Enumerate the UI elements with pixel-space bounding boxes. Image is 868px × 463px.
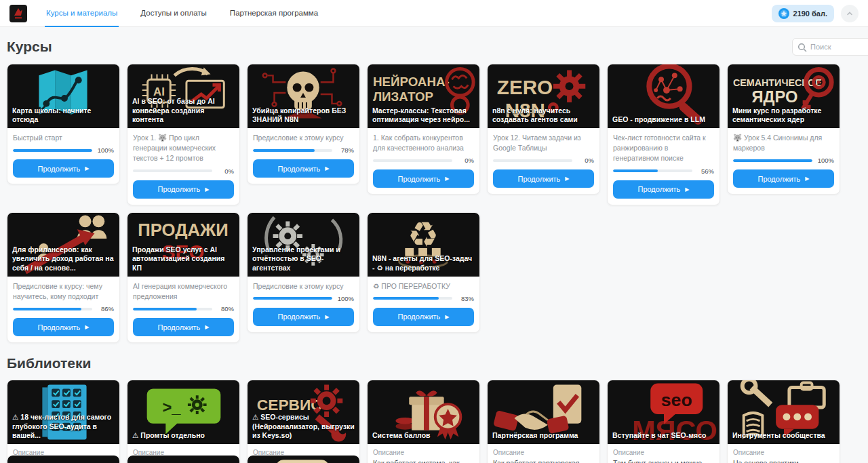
points-badge[interactable]: 2190 бал. bbox=[772, 5, 834, 22]
progress-fill bbox=[13, 308, 81, 310]
continue-button[interactable]: Продолжить▶ bbox=[733, 169, 834, 188]
course-thumbnail[interactable]: Управление проектами и отчётностью в SEO… bbox=[248, 213, 359, 277]
progress-bar: 100% bbox=[13, 146, 114, 154]
library-description: Как работает система, как получать баллы… bbox=[373, 458, 474, 463]
current-lesson: Предисловие к курсу: чему научитесь, ком… bbox=[13, 281, 114, 302]
course-card: СЕМАНТИЧЕСКОЕ ЯДРО Мини курс по разработ… bbox=[727, 64, 840, 195]
progress-percent: 100% bbox=[816, 157, 834, 164]
current-lesson: AI генерация коммерческого предложения bbox=[133, 281, 234, 302]
course-thumbnail[interactable]: Убийца копирайтеров БЕЗ ЗНАНИЙ N8N bbox=[248, 64, 359, 128]
library-thumbnail[interactable]: Партнёрская программа bbox=[488, 380, 599, 444]
current-lesson: Урок 1. 🐺 Про цикл генерации коммерчески… bbox=[133, 133, 234, 164]
course-thumbnail[interactable]: AI AI в SEO: от базы до AI конвейера соз… bbox=[127, 64, 239, 128]
partial-thumbnail-art bbox=[7, 456, 119, 463]
svg-text:ZERO: ZERO bbox=[497, 76, 553, 98]
description-label: Описание bbox=[733, 449, 834, 456]
continue-button[interactable]: Продолжить▶ bbox=[133, 318, 234, 336]
play-icon: ▶ bbox=[205, 324, 209, 330]
course-title: AI в SEO: от базы до AI конвейера создан… bbox=[132, 97, 235, 125]
progress-fill bbox=[13, 149, 92, 152]
library-thumbnail[interactable] bbox=[248, 456, 359, 463]
current-lesson: Предисловие к этому курсу bbox=[253, 133, 354, 143]
courses-section-title: Курсы bbox=[7, 39, 52, 55]
continue-button[interactable]: Продолжить▶ bbox=[373, 308, 474, 326]
library-thumbnail[interactable] bbox=[7, 456, 119, 463]
library-card: Партнёрская программа Описание Как работ… bbox=[487, 380, 600, 463]
tab-access-and-payments[interactable]: Доступы и оплаты bbox=[139, 0, 208, 27]
course-thumbnail[interactable]: НЕЙРОАНА- ЛИЗАТОР Мастер-классы: Текстов… bbox=[368, 64, 479, 128]
continue-button[interactable]: Продолжить▶ bbox=[373, 169, 474, 188]
progress-percent: 83% bbox=[456, 295, 474, 302]
library-card: Система баллов Описание Как работает сис… bbox=[367, 380, 480, 463]
svg-text:ПРОДАЖИ: ПРОДАЖИ bbox=[138, 220, 228, 239]
course-card: ZERO N8N n8n с нуля: научитесь создавать… bbox=[487, 64, 600, 195]
progress-bar: 56% bbox=[613, 167, 714, 175]
course-title: Мастер-классы: Текстовая оптимизация чер… bbox=[372, 106, 475, 125]
current-lesson: 1. Как собрать конкурентов для качествен… bbox=[373, 133, 474, 153]
library-thumbnail[interactable] bbox=[127, 456, 239, 463]
school-logo[interactable] bbox=[9, 5, 27, 22]
continue-button[interactable]: Продолжить▶ bbox=[253, 159, 354, 178]
continue-button[interactable]: Продолжить▶ bbox=[13, 318, 114, 336]
continue-button[interactable]: Продолжить▶ bbox=[613, 180, 714, 199]
library-card bbox=[7, 455, 120, 463]
library-thumbnail[interactable]: МЯСО seo Вступайте в чат SEO-мясо bbox=[608, 380, 719, 444]
library-thumbnail[interactable]: Инструменты сообщества bbox=[728, 380, 840, 444]
library-title: Система баллов bbox=[372, 431, 475, 441]
play-icon: ▶ bbox=[85, 324, 89, 330]
progress-percent: 86% bbox=[96, 305, 114, 313]
library-card: Инструменты сообщества Описание На основ… bbox=[727, 380, 840, 463]
course-card: ♻ N8N - агенты для SEO-задач - ♻ на пере… bbox=[367, 212, 480, 333]
library-description: На основе практики сообщества. bbox=[733, 458, 834, 463]
continue-button[interactable]: Продолжить▶ bbox=[13, 159, 114, 178]
course-thumbnail[interactable]: Карта школы: начните отсюда bbox=[7, 64, 119, 128]
tab-partner-program[interactable]: Партнерская программа bbox=[229, 0, 319, 27]
library-card: ⚠ 18 чек-листов для самого глубокого SEO… bbox=[7, 380, 120, 463]
progress-bar: 0% bbox=[493, 157, 594, 164]
description-label: Описание bbox=[493, 449, 594, 456]
svg-text:НЕЙРОАНА-: НЕЙРОАНА- bbox=[373, 75, 450, 89]
play-icon: ▶ bbox=[325, 165, 329, 172]
library-title: ⚠ SEO-сервисы (Нейроанализатор, выгрузки… bbox=[252, 413, 355, 441]
course-thumbnail[interactable]: GEO - продвижение в LLM bbox=[608, 64, 719, 128]
library-thumbnail[interactable]: ⚠ 18 чек-листов для самого глубокого SEO… bbox=[7, 380, 119, 444]
course-thumbnail[interactable]: СЕМАНТИЧЕСКОЕ ЯДРО Мини курс по разработ… bbox=[728, 64, 840, 128]
continue-button[interactable]: Продолжить▶ bbox=[253, 308, 354, 326]
course-thumbnail[interactable]: Для фрилансеров: как увеличить доход раб… bbox=[7, 213, 119, 277]
course-card: Для фрилансеров: как увеличить доход раб… bbox=[7, 212, 120, 343]
points-coin-icon bbox=[778, 8, 789, 19]
svg-text:ЛИЗАТОР: ЛИЗАТОР bbox=[373, 89, 433, 104]
collapse-header-button[interactable] bbox=[841, 5, 859, 22]
library-card bbox=[127, 455, 240, 463]
library-title: Инструменты сообщества bbox=[732, 431, 835, 441]
play-icon: ▶ bbox=[445, 314, 449, 320]
libraries-grid: ⚠ 18 чек-листов для самого глубокого SEO… bbox=[7, 380, 861, 463]
course-thumbnail[interactable]: ♻ N8N - агенты для SEO-задач - ♻ на пере… bbox=[368, 213, 479, 277]
svg-text:>_: >_ bbox=[162, 399, 181, 416]
course-card: ПРОДАЖИ SEO Продажи SEO услуг с AI автом… bbox=[127, 212, 240, 343]
library-thumbnail[interactable]: Система баллов bbox=[368, 380, 479, 444]
progress-bar: 83% bbox=[373, 295, 474, 302]
progress-percent: 0% bbox=[456, 157, 474, 164]
course-card: Карта школы: начните отсюда Быстрый стар… bbox=[7, 64, 120, 184]
course-thumbnail[interactable]: ZERO N8N n8n с нуля: научитесь создавать… bbox=[488, 64, 599, 128]
course-title: Карта школы: начните отсюда bbox=[12, 106, 115, 125]
continue-button[interactable]: Продолжить▶ bbox=[493, 169, 594, 188]
library-thumbnail[interactable]: СЕРВИС ⚠ SEO-сервисы (Нейроанализатор, в… bbox=[248, 380, 359, 444]
course-title: Убийца копирайтеров БЕЗ ЗНАНИЙ N8N bbox=[252, 106, 355, 125]
course-thumbnail[interactable]: ПРОДАЖИ SEO Продажи SEO услуг с AI автом… bbox=[127, 213, 239, 277]
current-lesson: Быстрый старт bbox=[13, 133, 114, 143]
tab-courses-and-materials[interactable]: Курсы и материалы bbox=[45, 0, 119, 27]
progress-fill bbox=[613, 169, 658, 172]
continue-button[interactable]: Продолжить▶ bbox=[133, 180, 234, 199]
progress-fill bbox=[253, 149, 315, 152]
library-title: ⚠ 18 чек-листов для самого глубокого SEO… bbox=[12, 413, 115, 441]
top-navigation-bar: Курсы и материалы Доступы и оплаты Партн… bbox=[0, 0, 868, 27]
library-thumbnail[interactable]: >_ ⚠ Промты отдельно bbox=[127, 380, 239, 444]
library-description: Там будут анонсы и можно задать вопросы … bbox=[613, 458, 714, 463]
course-card: Управление проектами и отчётностью в SEO… bbox=[247, 212, 360, 333]
progress-bar: 100% bbox=[733, 157, 834, 164]
course-card: Убийца копирайтеров БЕЗ ЗНАНИЙ N8N Преди… bbox=[247, 64, 360, 184]
course-card: AI AI в SEO: от базы до AI конвейера соз… bbox=[127, 64, 240, 205]
library-card bbox=[247, 455, 360, 463]
